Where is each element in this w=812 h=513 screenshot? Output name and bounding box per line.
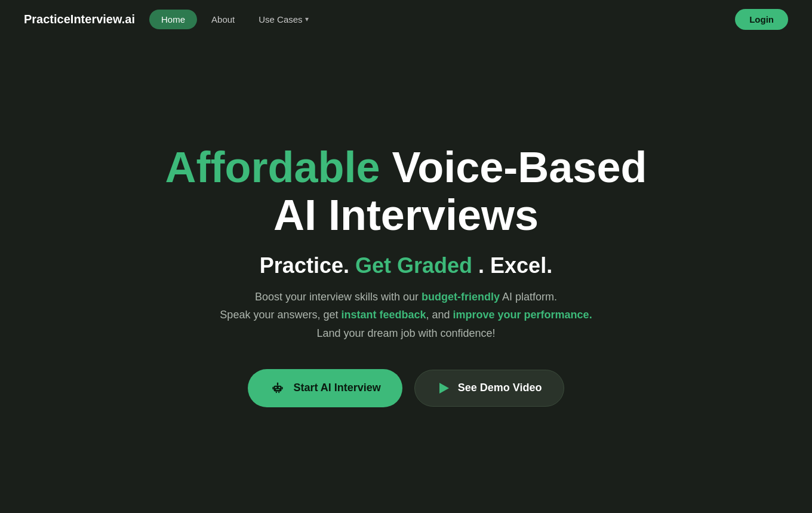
- svg-rect-3: [276, 389, 280, 389]
- navbar: PracticeInterview.ai Home About Use Case…: [0, 0, 812, 38]
- nav-home-button[interactable]: Home: [149, 10, 197, 29]
- login-button[interactable]: Login: [735, 9, 788, 30]
- play-icon: [436, 381, 451, 395]
- start-interview-button[interactable]: Start AI Interview: [248, 369, 402, 407]
- demo-video-label: See Demo Video: [458, 382, 542, 394]
- nav-links: Home About Use Cases ▾: [149, 10, 735, 29]
- chevron-down-icon: ▾: [305, 15, 309, 23]
- hero-description: Boost your interview skills with our bud…: [220, 288, 592, 343]
- svg-rect-7: [282, 386, 283, 389]
- svg-rect-0: [274, 385, 282, 391]
- svg-rect-6: [273, 386, 274, 389]
- demo-video-button[interactable]: See Demo Video: [414, 370, 564, 407]
- svg-point-5: [277, 382, 279, 384]
- hero-title: Affordable Voice-Based AI Interviews: [165, 144, 647, 238]
- svg-rect-9: [279, 391, 280, 393]
- robot-icon: [269, 380, 286, 397]
- start-interview-label: Start AI Interview: [293, 382, 380, 394]
- svg-rect-1: [275, 386, 277, 388]
- svg-rect-2: [279, 386, 281, 388]
- svg-rect-8: [276, 391, 277, 393]
- hero-section: Affordable Voice-Based AI Interviews Pra…: [0, 38, 812, 513]
- site-logo: PracticeInterview.ai: [24, 13, 135, 26]
- hero-buttons: Start AI Interview See Demo Video: [248, 369, 564, 407]
- nav-use-cases-button[interactable]: Use Cases ▾: [249, 10, 318, 29]
- hero-subtitle: Practice. Get Graded . Excel.: [260, 253, 552, 278]
- nav-about-button[interactable]: About: [202, 10, 244, 29]
